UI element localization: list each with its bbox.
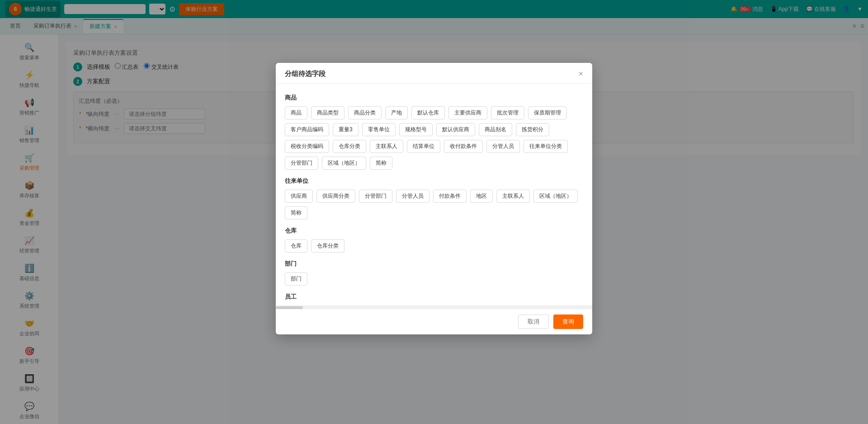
field-dept-managed[interactable]: 分管部门 xyxy=(285,157,318,170)
field-tax-code[interactable]: 税收分类编码 xyxy=(285,140,329,153)
modal-footer: 取消 查询 xyxy=(276,309,592,334)
section-partner-title: 往来单位 xyxy=(285,177,583,185)
field-origin[interactable]: 产地 xyxy=(385,106,408,119)
field-goods-type[interactable]: 商品类型 xyxy=(311,106,344,119)
field-settlement-unit[interactable]: 结算单位 xyxy=(407,140,440,153)
field-partner-type[interactable]: 往来单位分类 xyxy=(524,140,568,153)
field-main-supplier[interactable]: 主要供应商 xyxy=(448,106,487,119)
modal-overlay: 分组待选字段 × 商品 商品 商品类型 商品分类 产地 默认仓库 主要供应商 批… xyxy=(0,0,868,424)
field-goods-category[interactable]: 商品分类 xyxy=(348,106,382,119)
modal-close-btn[interactable]: × xyxy=(578,69,583,79)
field-customer-code[interactable]: 客户商品编码 xyxy=(285,123,329,136)
field-spec-model[interactable]: 规格型号 xyxy=(399,123,433,136)
field-pick-points[interactable]: 拣货积分 xyxy=(516,123,549,136)
field-supplier[interactable]: 供应商 xyxy=(285,190,313,203)
modal-scroll-bar[interactable] xyxy=(276,305,592,308)
field-supervisor[interactable]: 分管人员 xyxy=(486,140,520,153)
field-retail-unit[interactable]: 零售单位 xyxy=(362,123,396,136)
modal-header: 分组待选字段 × xyxy=(276,63,592,84)
field-payment-terms[interactable]: 收付款条件 xyxy=(444,140,483,153)
field-region-partner[interactable]: 区域（地区） xyxy=(533,190,578,203)
field-area[interactable]: 地区 xyxy=(470,190,493,203)
section-goods-title: 商品 xyxy=(285,94,583,102)
field-goods-alias[interactable]: 商品别名 xyxy=(479,123,512,136)
field-region-goods[interactable]: 区域（地区） xyxy=(322,157,366,170)
field-warehouse-category[interactable]: 仓库分类 xyxy=(311,239,344,252)
field-short-name-partner[interactable]: 简称 xyxy=(285,206,307,219)
field-main-contact2[interactable]: 主联系人 xyxy=(496,190,530,203)
section-partner-fields: 供应商 供应商分类 分管部门 分管人员 付款条件 地区 主联系人 区域（地区） … xyxy=(285,190,583,219)
modal-select-fields: 分组待选字段 × 商品 商品 商品类型 商品分类 产地 默认仓库 主要供应商 批… xyxy=(276,63,592,334)
field-warehouse-cat[interactable]: 仓库分类 xyxy=(333,140,366,153)
field-supplier-type[interactable]: 供应商分类 xyxy=(316,190,355,203)
field-main-contact[interactable]: 主联系人 xyxy=(370,140,403,153)
field-default-supplier[interactable]: 默认供应商 xyxy=(436,123,475,136)
field-weight3[interactable]: 重量3 xyxy=(333,123,359,136)
modal-title: 分组待选字段 xyxy=(285,70,326,78)
field-dept-managed2[interactable]: 分管部门 xyxy=(359,190,392,203)
section-warehouse-title: 仓库 xyxy=(285,227,583,235)
field-default-warehouse[interactable]: 默认仓库 xyxy=(411,106,445,119)
section-goods-fields: 商品 商品类型 商品分类 产地 默认仓库 主要供应商 批次管理 保质期管理 客户… xyxy=(285,106,583,170)
field-goods[interactable]: 商品 xyxy=(285,106,307,119)
section-dept-title: 部门 xyxy=(285,260,583,268)
field-short-name-goods[interactable]: 简称 xyxy=(370,157,392,170)
section-warehouse-fields: 仓库 仓库分类 xyxy=(285,239,583,252)
section-staff-title: 员工 xyxy=(285,293,583,301)
field-payment-terms2[interactable]: 付款条件 xyxy=(433,190,467,203)
section-dept-fields: 部门 xyxy=(285,272,583,286)
field-dept[interactable]: 部门 xyxy=(285,272,307,286)
cancel-button[interactable]: 取消 xyxy=(518,314,549,329)
field-batch-mgmt[interactable]: 批次管理 xyxy=(491,106,524,119)
confirm-button[interactable]: 查询 xyxy=(553,314,583,329)
field-expiry-mgmt[interactable]: 保质期管理 xyxy=(528,106,567,119)
modal-body: 商品 商品 商品类型 商品分类 产地 默认仓库 主要供应商 批次管理 保质期管理… xyxy=(276,84,592,306)
field-warehouse[interactable]: 仓库 xyxy=(285,239,307,252)
field-supervisor2[interactable]: 分管人员 xyxy=(396,190,429,203)
modal-scroll-thumb xyxy=(276,306,303,309)
